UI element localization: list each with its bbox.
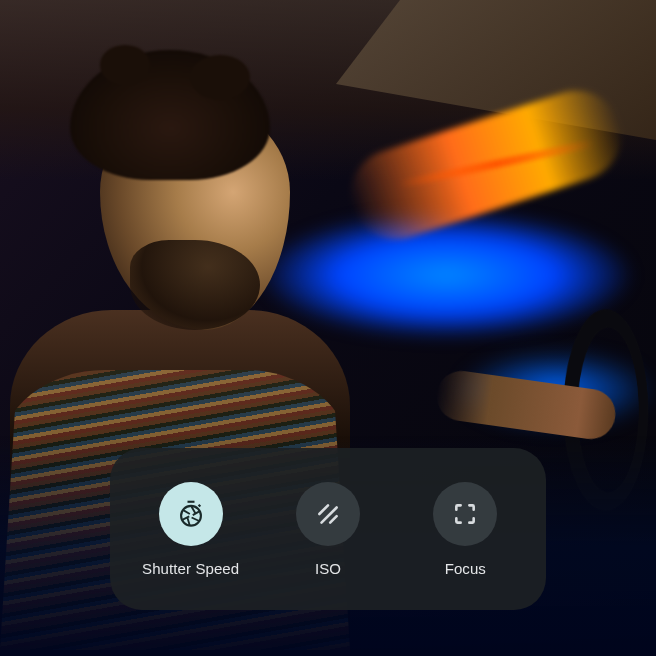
iso-label: ISO xyxy=(315,560,341,577)
svg-point-2 xyxy=(181,505,201,525)
svg-line-3 xyxy=(319,505,328,514)
focus-label: Focus xyxy=(445,560,486,577)
focus-brackets-icon xyxy=(452,501,478,527)
iso-button[interactable]: ISO xyxy=(263,482,393,577)
shutter-speed-button[interactable]: Shutter Speed xyxy=(126,482,256,577)
svg-line-1 xyxy=(198,504,200,506)
shutter-speed-label: Shutter Speed xyxy=(142,560,239,577)
iso-icon-bg xyxy=(296,482,360,546)
focus-button[interactable]: Focus xyxy=(400,482,530,577)
diagonal-lines-icon xyxy=(315,501,341,527)
camera-controls-panel: Shutter Speed ISO xyxy=(110,448,546,610)
shutter-speed-icon-bg xyxy=(159,482,223,546)
svg-line-5 xyxy=(330,516,337,523)
focus-icon-bg xyxy=(433,482,497,546)
aperture-timer-icon xyxy=(177,500,205,528)
